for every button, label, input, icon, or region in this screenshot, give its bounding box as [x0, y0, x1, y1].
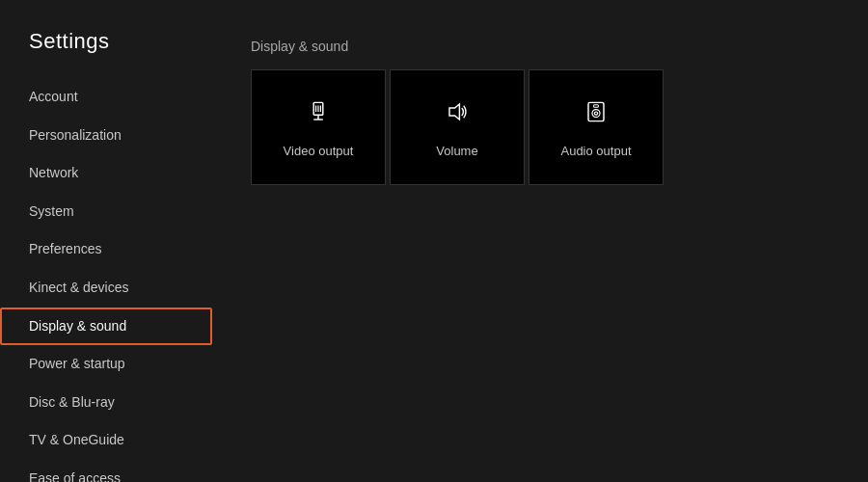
section-title: Display & sound [251, 39, 829, 54]
video-output-icon [303, 96, 334, 132]
sidebar-item-power-startup[interactable]: Power & startup [0, 345, 212, 384]
sidebar-item-ease-access[interactable]: Ease of access [0, 460, 212, 482]
sidebar-item-network[interactable]: Network [0, 154, 212, 193]
sidebar-item-preferences[interactable]: Preferences [0, 230, 212, 269]
svg-point-8 [592, 110, 600, 118]
sidebar-item-tv-oneguide[interactable]: TV & OneGuide [0, 421, 212, 460]
sidebar: Settings Account Personalization Network… [0, 0, 212, 482]
volume-icon [442, 96, 473, 132]
sidebar-item-kinect[interactable]: Kinect & devices [0, 269, 212, 308]
card-audio-output-label: Audio output [560, 144, 631, 158]
sidebar-item-display-sound[interactable]: Display & sound [0, 308, 212, 346]
svg-rect-10 [594, 105, 599, 107]
card-volume-label: Volume [436, 144, 477, 158]
card-volume[interactable]: Volume [390, 69, 525, 185]
sidebar-item-account[interactable]: Account [0, 78, 212, 117]
sidebar-item-personalization[interactable]: Personalization [0, 117, 212, 155]
main-content: Display & sound Video output [212, 0, 868, 482]
card-video-output-label: Video output [284, 144, 354, 158]
card-audio-output[interactable]: Audio output [529, 69, 664, 185]
card-video-output[interactable]: Video output [251, 69, 386, 185]
sidebar-item-disc-bluray[interactable]: Disc & Blu-ray [0, 384, 212, 422]
audio-output-icon [581, 96, 611, 132]
sidebar-item-system[interactable]: System [0, 193, 212, 231]
svg-point-9 [594, 112, 597, 115]
app-title: Settings [0, 19, 212, 78]
svg-marker-6 [449, 104, 459, 120]
cards-grid: Video output Volume [251, 69, 829, 185]
